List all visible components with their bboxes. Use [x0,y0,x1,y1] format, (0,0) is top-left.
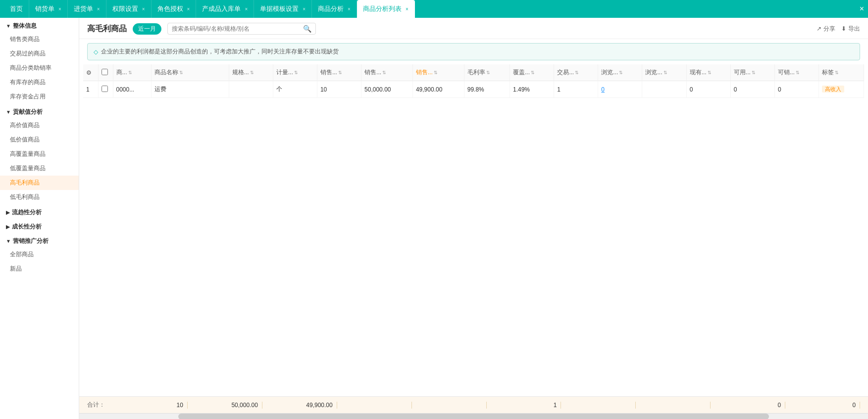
col-spec[interactable]: 规格...⇅ [229,64,273,81]
table-wrapper: ⚙ 商...⇅ 商品名称⇅ 规格...⇅ 计量...⇅ 销售...⇅ 销售...… [79,64,868,396]
sidebar-item-stocked-goods[interactable]: 有库存的商品 [0,75,79,90]
filter-recent-month-button[interactable]: 近一月 [133,23,161,35]
data-table: ⚙ 商...⇅ 商品名称⇅ 规格...⇅ 计量...⇅ 销售...⇅ 销售...… [83,64,864,98]
info-icon: ◇ [94,48,98,55]
footer-cell-sales-amount: 50,000.00 [188,402,262,409]
nav-tab-sales-close[interactable]: × [58,6,61,12]
sidebar-section-marketing-arrow: ▼ [6,238,11,244]
cell-saleable-stock: 0 [774,81,818,98]
footer-bar: 合计： 10 50,000.00 49,900.00 1 0 0 [79,396,868,413]
nav-tab-analysis-list-close[interactable]: × [406,6,408,12]
sidebar-section-growth[interactable]: ▶ 成长性分析 [0,219,79,233]
nav-tab-analysis-list[interactable]: 商品分析列表 × [357,0,415,18]
page-title: 高毛利商品 [87,24,127,34]
nav-tab-finished-goods-close[interactable]: × [245,6,248,12]
col-trade[interactable]: 交易...⇅ [554,64,598,81]
export-icon: ⬇ [841,25,846,32]
nav-tab-finished-goods[interactable]: 产成品入库单 × [196,0,254,18]
search-input[interactable] [172,25,303,32]
col-current-stock[interactable]: 现有...⇅ [686,64,730,81]
sidebar-collapse-btn[interactable]: 《 [79,210,79,228]
nav-tab-purchase-close[interactable]: × [97,6,100,12]
export-button[interactable]: ⬇ 导出 [841,25,860,33]
top-nav: 首页 销货单 × 进货单 × 权限设置 × 角色授权 × 产成品入库单 × 单据… [0,0,868,18]
sidebar-section-overall-arrow: ▼ [6,23,11,29]
sidebar-section-contribution[interactable]: ▼ 贡献值分析 [0,104,79,118]
nav-tab-template[interactable]: 单据模板设置 × [254,0,312,18]
nav-tab-home[interactable]: 首页 [4,0,29,18]
col-tag[interactable]: 标签⇅ [819,64,864,81]
col-available-stock[interactable]: 可用...⇅ [730,64,774,81]
cell-browse1[interactable]: 0 [598,81,642,98]
cell-sales-amount: 50,000.00 [361,81,413,98]
sidebar-section-trend[interactable]: ▶ 流趋性分析 [0,204,79,219]
nav-tab-template-close[interactable]: × [303,6,306,12]
col-name[interactable]: 商品名称⇅ [152,64,229,81]
col-settings[interactable]: ⚙ [83,64,98,81]
bottom-scrollbar-thumb[interactable] [178,414,769,419]
nav-tab-analysis-label: 商品分析 [318,4,344,13]
search-icon[interactable]: 🔍 [303,25,311,33]
sidebar-section-marketing-label: 营销推广分析 [13,237,49,245]
sidebar-item-high-coverage[interactable]: 高覆盖量商品 [0,147,79,161]
cell-browse2 [642,81,686,98]
sidebar-item-high-margin[interactable]: 高毛利商品 [0,176,79,190]
info-banner: ◇ 企业的主要的利润都是这部分商品创造的，可考虑加大推广，同时关注库存量不要出现… [87,43,860,60]
col-sales-profit[interactable]: 销售...⇅ [412,64,464,81]
cell-trade: 1 [554,81,598,98]
nav-tab-purchase-label: 进货单 [74,4,93,13]
share-button[interactable]: ↗ 分享 [817,25,835,33]
export-label: 导出 [848,25,860,33]
sidebar-item-traded-goods[interactable]: 交易过的商品 [0,47,79,61]
sidebar-section-marketing[interactable]: ▼ 营销推广分析 [0,233,79,247]
sidebar-section-overall[interactable]: ▼ 整体信息 [0,18,79,32]
col-saleable-stock[interactable]: 可销...⇅ [774,64,818,81]
cell-checkbox[interactable] [98,81,113,98]
nav-tab-purchase[interactable]: 进货单 × [68,0,106,18]
col-code[interactable]: 商...⇅ [113,64,152,81]
cell-unit: 个 [273,81,317,98]
sidebar-item-all-goods[interactable]: 全部商品 [0,247,79,262]
sidebar-item-new-goods[interactable]: 新品 [0,262,79,276]
nav-global-close[interactable]: × [860,4,864,13]
cell-index: 1 [83,81,98,98]
col-gross-margin[interactable]: 毛利率⇅ [464,64,510,81]
sidebar-item-sales-goods[interactable]: 销售类商品 [0,32,79,47]
sidebar-item-low-margin[interactable]: 低毛利商品 [0,190,79,204]
cell-current-stock: 0 [686,81,730,98]
col-coverage[interactable]: 覆盖...⇅ [510,64,554,81]
cell-coverage: 1.49% [510,81,554,98]
select-all-checkbox[interactable] [102,69,108,75]
bottom-scrollbar[interactable] [79,413,868,419]
footer-cell-empty4 [636,402,711,409]
col-checkbox[interactable] [98,64,113,81]
sidebar-item-stock-capital[interactable]: 库存资金占用 [0,90,79,104]
share-label: 分享 [823,25,835,33]
sidebar-item-high-value[interactable]: 高价值商品 [0,118,79,133]
sidebar-section-contribution-label: 贡献值分析 [13,108,43,116]
nav-tab-permissions[interactable]: 权限设置 × [106,0,152,18]
nav-tab-analysis-close[interactable]: × [348,6,351,12]
col-sales-qty[interactable]: 销售...⇅ [317,64,361,81]
col-browse1[interactable]: 浏览...⇅ [598,64,642,81]
footer-cell-current-stock: 0 [711,402,785,409]
nav-tab-sales[interactable]: 销货单 × [29,0,68,18]
col-sales-amount[interactable]: 销售...⇅ [361,64,413,81]
row-checkbox[interactable] [102,86,108,92]
cell-tag: 高收入 [819,81,864,98]
sidebar-section-contribution-arrow: ▼ [6,109,11,115]
content-header: 高毛利商品 近一月 🔍 ↗ 分享 ⬇ 导出 [79,18,868,39]
footer-cell-empty1 [337,402,412,409]
sidebar-item-category-rate[interactable]: 商品分类助销率 [0,61,79,75]
col-browse2[interactable]: 浏览...⇅ [642,64,686,81]
footer-cell-available-stock: 0 [785,402,860,409]
col-unit[interactable]: 计量...⇅ [273,64,317,81]
nav-tab-analysis[interactable]: 商品分析 × [312,0,357,18]
sidebar-item-low-value[interactable]: 低价值商品 [0,133,79,147]
sidebar-item-low-coverage[interactable]: 低覆盖量商品 [0,161,79,176]
nav-tab-permissions-close[interactable]: × [142,6,145,12]
nav-tab-roles[interactable]: 角色授权 × [152,0,197,18]
nav-tab-roles-close[interactable]: × [187,6,190,12]
content-area: 高毛利商品 近一月 🔍 ↗ 分享 ⬇ 导出 ◇ 企业的主要的利润都是这部分商品创… [79,18,868,419]
cell-sales-qty: 10 [317,81,361,98]
